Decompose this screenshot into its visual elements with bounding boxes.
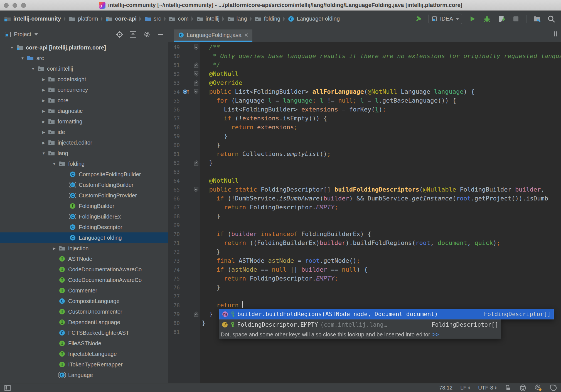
run-button[interactable] bbox=[468, 15, 477, 23]
fold-down-icon[interactable] bbox=[194, 71, 199, 77]
breadcrumb-item-folding[interactable]: folding bbox=[254, 15, 282, 23]
tree-item-compositelanguage[interactable]: CCompositeLanguage bbox=[0, 296, 168, 306]
tree-expand-closed-icon[interactable]: ▶ bbox=[40, 141, 48, 145]
close-tab-icon[interactable] bbox=[244, 33, 248, 37]
tree-item-codedocumentationawareco[interactable]: ICodeDocumentationAwareCo bbox=[0, 264, 168, 275]
breadcrumb-label: intellij-community bbox=[13, 16, 61, 22]
tree-item-injectablelanguage[interactable]: IInjectableLanguage bbox=[0, 349, 168, 359]
breadcrumb-item-com[interactable]: com bbox=[168, 15, 190, 23]
fold-up-icon[interactable] bbox=[194, 62, 199, 68]
run-with-coverage-button[interactable] bbox=[497, 15, 506, 23]
tree-expand-closed-icon[interactable]: ▶ bbox=[40, 77, 48, 81]
breadcrumb-item-intellij-community[interactable]: intellij-community bbox=[3, 15, 62, 23]
completion-item[interactable]: fFoldingDescriptor.EMPTY (com.intellij.l… bbox=[219, 319, 501, 330]
tree-item-injection[interactable]: ▶injection bbox=[0, 243, 168, 254]
tree-item-fctsbackedlighterast[interactable]: CFCTSBackedLighterAST bbox=[0, 328, 168, 338]
tree-item-foldingbuilder[interactable]: IFoldingBuilder bbox=[0, 201, 168, 211]
tree-item-folding[interactable]: ▼folding bbox=[0, 158, 168, 169]
breadcrumb-item-platform[interactable]: platform bbox=[67, 15, 99, 23]
caret-position-widget[interactable]: 78:12 bbox=[439, 385, 453, 391]
settings-gear-icon[interactable] bbox=[143, 31, 151, 38]
stop-button[interactable] bbox=[512, 15, 520, 23]
chevron-down-icon[interactable] bbox=[35, 33, 38, 36]
minimize-window-icon[interactable] bbox=[13, 3, 17, 8]
line-separator-widget[interactable]: LF ▲▼ bbox=[460, 385, 470, 391]
tree-item-foldingdescriptor[interactable]: CFoldingDescriptor bbox=[0, 222, 168, 232]
locate-file-icon[interactable] bbox=[116, 31, 123, 38]
run-configuration-chooser[interactable]: IDEA bbox=[429, 14, 462, 24]
line-number: 64 bbox=[169, 176, 180, 185]
tree-item-customfoldingprovider[interactable]: CCustomFoldingProvider bbox=[0, 190, 168, 201]
overrides-gutter-icon[interactable] bbox=[183, 89, 190, 95]
tree-item-customuncommenter[interactable]: ICustomUncommenter bbox=[0, 306, 168, 317]
tree-expand-open-icon[interactable]: ▼ bbox=[18, 56, 27, 60]
tree-expand-closed-icon[interactable]: ▶ bbox=[40, 109, 48, 113]
tree-item-dependentlanguage[interactable]: IDependentLanguage bbox=[0, 317, 168, 328]
search-everywhere-icon[interactable] bbox=[547, 15, 555, 23]
completion-hint-link[interactable]: >> bbox=[432, 331, 439, 338]
fold-up-icon[interactable] bbox=[194, 311, 199, 317]
fold-up-icon[interactable] bbox=[194, 160, 199, 166]
code-token: ( bbox=[320, 195, 323, 202]
tree-item-astnode[interactable]: IASTNode bbox=[0, 254, 168, 264]
tree-item-core[interactable]: ▶core bbox=[0, 95, 168, 106]
tree-item-languagefolding[interactable]: CLanguageFolding bbox=[0, 232, 168, 243]
completion-item-selected[interactable]: mbuilder.buildFoldRegions(ASTNode node, … bbox=[219, 309, 554, 319]
fold-down-icon[interactable] bbox=[194, 44, 199, 50]
tree-item-injected-editor[interactable]: ▶injected.editor bbox=[0, 137, 168, 148]
toolwindow-toggle-icon[interactable] bbox=[4, 384, 11, 391]
collapse-all-icon[interactable] bbox=[129, 31, 137, 38]
tree-expand-open-icon[interactable]: ▼ bbox=[8, 46, 16, 50]
fold-down-icon[interactable] bbox=[194, 187, 199, 192]
hide-panel-icon[interactable] bbox=[157, 31, 164, 38]
tree-expand-open-icon[interactable]: ▼ bbox=[29, 67, 37, 71]
fold-up-icon[interactable] bbox=[194, 80, 199, 86]
line-number: 52 bbox=[169, 70, 180, 78]
tree-item-itokentyperemapper[interactable]: IITokenTypeRemapper bbox=[0, 359, 168, 370]
build-hammer-icon[interactable] bbox=[414, 15, 422, 23]
inspections-profile-icon[interactable] bbox=[519, 384, 526, 391]
close-window-icon[interactable] bbox=[4, 3, 9, 8]
tree-expand-closed-icon[interactable]: ▶ bbox=[50, 246, 58, 250]
tree-item-compositefoldingbuilder[interactable]: CCompositeFoldingBuilder bbox=[0, 169, 168, 180]
tree-item-foldingbuilderex[interactable]: CFoldingBuilderEx bbox=[0, 211, 168, 222]
tree-item-formatting[interactable]: ▶formatting bbox=[0, 116, 168, 127]
code-token: if bbox=[202, 266, 224, 273]
tree-item-core-api-intellij-platform-core-[interactable]: ▼core-api [intellij.platform.core] bbox=[0, 42, 168, 53]
tree-expand-closed-icon[interactable]: ▶ bbox=[40, 88, 48, 92]
notifications-balloon-icon[interactable] bbox=[550, 384, 557, 391]
tree-expand-open-icon[interactable]: ▼ bbox=[50, 162, 58, 166]
tree-item-src[interactable]: ▼src bbox=[0, 53, 168, 63]
update-indexing-icon[interactable] bbox=[534, 384, 542, 392]
fold-down-icon[interactable] bbox=[194, 89, 199, 95]
tree-item-diagnostic[interactable]: ▶diagnostic bbox=[0, 106, 168, 116]
tree-expand-closed-icon[interactable]: ▶ bbox=[40, 120, 48, 124]
breadcrumb-item-lang[interactable]: lang bbox=[226, 15, 248, 23]
tree-item-fileastnode[interactable]: IFileASTNode bbox=[0, 338, 168, 349]
editor-tab-languagefolding[interactable]: C LanguageFolding.java bbox=[174, 29, 252, 42]
tree-item-commenter[interactable]: ICommenter bbox=[0, 285, 168, 296]
unlock-icon[interactable] bbox=[505, 384, 511, 391]
tree-expand-closed-icon[interactable]: ▶ bbox=[40, 98, 48, 103]
tree-expand-open-icon[interactable]: ▼ bbox=[40, 151, 48, 155]
zoom-window-icon[interactable] bbox=[21, 3, 26, 8]
code-token: getInstance bbox=[412, 195, 452, 202]
tree-item-concurrency[interactable]: ▶concurrency bbox=[0, 85, 168, 95]
debug-button[interactable] bbox=[483, 15, 491, 23]
tree-item-customfoldingbuilder[interactable]: CCustomFoldingBuilder bbox=[0, 180, 168, 190]
project-structure-icon[interactable] bbox=[533, 15, 541, 23]
breadcrumb-item-src[interactable]: src bbox=[143, 15, 162, 23]
editor-options-icon[interactable] bbox=[553, 31, 557, 38]
breadcrumb-item-core-api[interactable]: core-api bbox=[104, 15, 138, 23]
encoding-widget[interactable]: UTF-8 ▲▼ bbox=[478, 385, 497, 391]
tree-item-codedocumentationawareco[interactable]: ICodeDocumentationAwareCo bbox=[0, 275, 168, 285]
tree-item-lang[interactable]: ▼lang bbox=[0, 148, 168, 158]
tree-item-codeinsight[interactable]: ▶codeInsight bbox=[0, 74, 168, 85]
code-token: return bbox=[202, 150, 238, 157]
tree-item-ide[interactable]: ▶ide bbox=[0, 127, 168, 137]
tree-item-language[interactable]: CLanguage bbox=[0, 370, 168, 380]
tree-expand-closed-icon[interactable]: ▶ bbox=[40, 130, 48, 134]
breadcrumb-item-intellij[interactable]: intellij bbox=[195, 15, 221, 23]
tree-item-com-intellij[interactable]: ▼com.intellij bbox=[0, 63, 168, 74]
breadcrumb-item-languagefolding[interactable]: CLanguageFolding bbox=[287, 16, 341, 22]
